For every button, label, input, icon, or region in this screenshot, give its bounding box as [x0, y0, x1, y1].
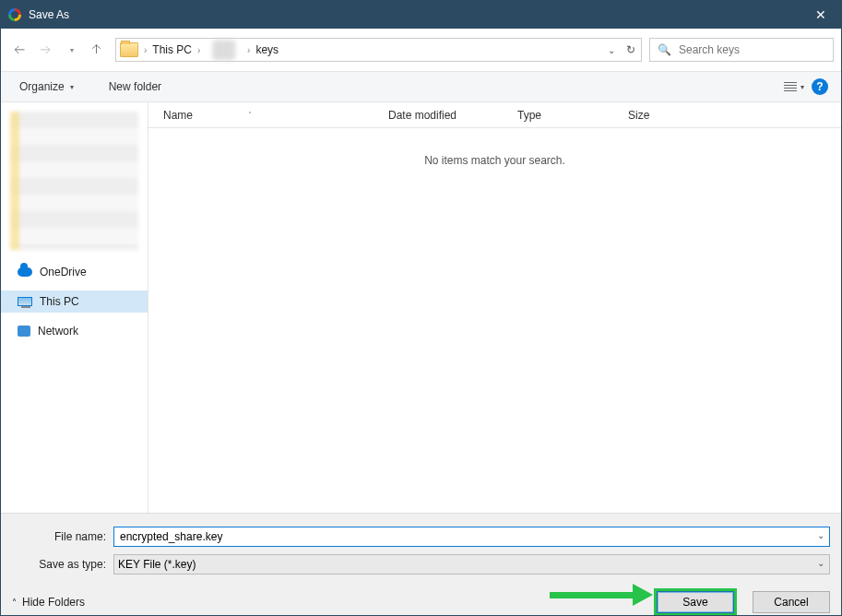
- sidebar-label: OneDrive: [40, 266, 87, 278]
- cancel-button[interactable]: Cancel: [753, 591, 830, 613]
- up-button[interactable]: 🡡: [86, 39, 108, 61]
- close-icon[interactable]: ✕: [800, 1, 841, 29]
- folder-icon: [120, 42, 138, 57]
- pc-icon: [18, 297, 32, 306]
- quick-access-hidden: [10, 112, 138, 250]
- chevron-right-icon: ›: [245, 45, 252, 55]
- sidebar-label: This PC: [40, 295, 79, 308]
- navigation-pane: OneDrive This PC Network: [1, 102, 148, 513]
- chrome-icon: [8, 8, 21, 21]
- chevron-right-icon: ›: [142, 45, 148, 55]
- bottom-panel: File name: ⌄ Save as type: KEY File (*.k…: [1, 513, 841, 616]
- address-dropdown[interactable]: ⌄: [602, 45, 621, 55]
- savetype-select[interactable]: KEY File (*.key): [113, 554, 830, 575]
- filename-label: File name:: [12, 530, 113, 543]
- refresh-icon[interactable]: ↻: [621, 43, 641, 56]
- new-folder-button[interactable]: New folder: [103, 77, 167, 97]
- breadcrumb-root[interactable]: This PC: [148, 43, 196, 56]
- network-icon: [18, 326, 30, 337]
- title-bar: Save As ✕: [1, 1, 841, 29]
- hide-folders-toggle[interactable]: ˄ Hide Folders: [12, 596, 85, 609]
- chevron-right-icon: ›: [196, 45, 202, 55]
- sidebar-item-thispc[interactable]: This PC: [1, 290, 148, 313]
- help-icon[interactable]: ?: [812, 78, 828, 95]
- empty-message: No items match your search.: [148, 128, 841, 167]
- col-modified[interactable]: Date modified: [388, 109, 517, 122]
- breadcrumb-hidden: ██: [202, 41, 245, 58]
- filename-input[interactable]: [113, 527, 830, 547]
- save-button[interactable]: Save: [657, 591, 734, 613]
- col-size[interactable]: Size: [628, 109, 702, 122]
- search-icon: 🔍: [650, 43, 679, 56]
- window-title: Save As: [29, 8, 69, 21]
- view-options[interactable]: ▾: [784, 82, 804, 91]
- sort-asc-icon: ˄: [248, 111, 252, 119]
- forward-button[interactable]: 🡢: [34, 39, 56, 61]
- nav-row: 🡠 🡢 ▾ 🡡 › This PC › ██ › keys ⌄ ↻ 🔍: [1, 29, 841, 71]
- file-list: Name˄ Date modified Type Size No items m…: [148, 102, 841, 513]
- search-input[interactable]: [679, 43, 833, 56]
- toolbar: Organize New folder ▾ ?: [1, 71, 841, 102]
- organize-menu[interactable]: Organize: [14, 77, 79, 97]
- back-button[interactable]: 🡠: [8, 39, 30, 61]
- chevron-up-icon: ˄: [12, 598, 17, 608]
- search-box[interactable]: 🔍: [649, 38, 834, 62]
- col-name[interactable]: Name: [163, 109, 193, 122]
- breadcrumb-leaf[interactable]: keys: [252, 43, 282, 56]
- sidebar-item-network[interactable]: Network: [1, 320, 148, 342]
- address-bar[interactable]: › This PC › ██ › keys ⌄ ↻: [115, 38, 642, 62]
- sidebar-label: Network: [38, 325, 78, 338]
- recent-dropdown[interactable]: ▾: [60, 39, 82, 61]
- column-headers[interactable]: Name˄ Date modified Type Size: [148, 102, 841, 128]
- hide-folders-label: Hide Folders: [22, 596, 85, 609]
- sidebar-item-onedrive[interactable]: OneDrive: [1, 261, 148, 283]
- col-type[interactable]: Type: [517, 109, 628, 122]
- savetype-label: Save as type:: [12, 558, 113, 571]
- cloud-icon: [18, 267, 32, 277]
